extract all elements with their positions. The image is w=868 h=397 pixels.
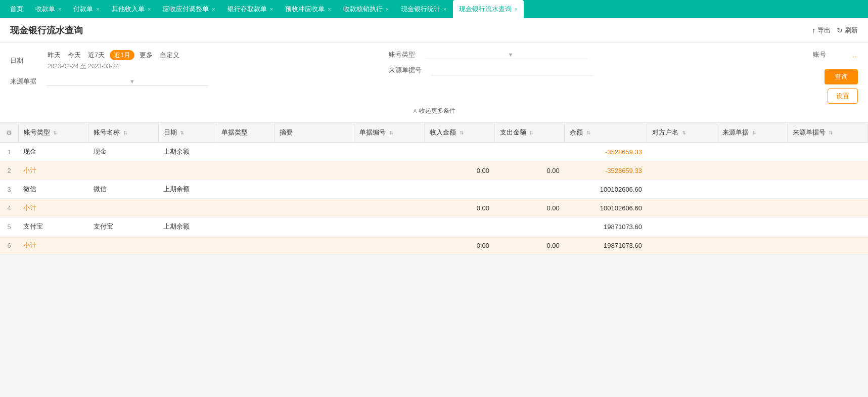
settings-button[interactable]: 设置 <box>828 89 858 104</box>
date-today[interactable]: 今天 <box>66 50 83 60</box>
cell-counterpart <box>647 217 717 236</box>
table-col-source-doc[interactable]: 来源单据 ⇅ <box>717 123 788 143</box>
col-label-doc-type: 单据类型 <box>221 128 248 136</box>
cell-account-name <box>88 161 159 180</box>
close-icon[interactable]: × <box>270 6 273 12</box>
table-row: 3 微信 微信 上期余额 100102606.60 <box>0 180 868 199</box>
col-label-date: 日期 <box>164 128 177 136</box>
date-yesterday[interactable]: 昨天 <box>45 50 63 60</box>
col-label-income: 收入金额 <box>430 128 456 136</box>
account-type-label: 账号类型 <box>389 50 415 59</box>
sort-icon: ⇅ <box>123 130 127 136</box>
close-icon[interactable]: × <box>443 6 446 12</box>
nav-other-income[interactable]: 其他收入单 × <box>106 0 157 18</box>
cell-expense: 0.00 <box>494 199 565 217</box>
nav-home[interactable]: 首页 <box>4 0 29 18</box>
cell-source-doc <box>717 199 788 217</box>
cell-balance: -3528659.33 <box>565 143 647 161</box>
close-icon[interactable]: × <box>148 6 151 12</box>
cell-account-type: 小计 <box>18 236 88 255</box>
nav-bank-deposit[interactable]: 银行存取款单 × <box>221 0 279 18</box>
col-label-doc-no: 单据编号 <box>359 128 386 136</box>
table-col-summary[interactable]: 摘要 <box>275 123 354 143</box>
cell-expense <box>494 143 565 161</box>
query-button[interactable]: 查询 <box>825 69 858 84</box>
page-header: 现金银行流水查询 ↑ 导出 ↻ 刷新 <box>0 18 868 43</box>
cell-doc-type <box>216 161 274 180</box>
date-more[interactable]: 更多 <box>138 50 155 60</box>
cell-source-doc <box>717 180 788 199</box>
sort-icon: ⇅ <box>586 130 590 136</box>
date-custom[interactable]: 自定义 <box>158 50 181 60</box>
cell-counterpart <box>647 161 717 180</box>
cell-source-doc <box>717 236 788 255</box>
close-icon[interactable]: × <box>515 6 518 12</box>
date-filter-row: 日期 昨天 今天 近7天 近1月 更多 自定义 2023-02-24 至 202… <box>10 50 369 71</box>
date-filters: 昨天 今天 近7天 近1月 更多 自定义 2023-02-24 至 2023-0… <box>45 50 181 71</box>
nav-cash-bank-stat[interactable]: 现金银行统计 × <box>395 0 452 18</box>
cell-balance: 19871073.60 <box>565 236 647 255</box>
cell-counterpart <box>647 180 717 199</box>
cell-income: 0.00 <box>424 161 494 180</box>
cell-doc-no <box>354 236 425 255</box>
table-col-settings[interactable]: ⚙ <box>0 123 18 143</box>
chevron-down-icon: ▼ <box>508 52 584 58</box>
cell-balance: 19871073.60 <box>565 217 647 236</box>
date-1month[interactable]: 近1月 <box>110 50 134 60</box>
table-row: 2 小计 0.00 0.00 -3528659.33 <box>0 161 868 180</box>
table-col-doc-no[interactable]: 单据编号 ⇅ <box>354 123 425 143</box>
row-number: 6 <box>0 236 18 255</box>
table-col-income[interactable]: 收入金额 ⇅ <box>424 123 494 143</box>
nav-receipt[interactable]: 收款单 × <box>29 0 67 18</box>
sort-icon: ⇅ <box>682 130 686 136</box>
nav-advance[interactable]: 预收冲应收单 × <box>279 0 337 18</box>
table-col-date[interactable]: 日期 ⇅ <box>158 123 216 143</box>
cell-doc-type <box>216 236 274 255</box>
cell-expense: 0.00 <box>494 161 565 180</box>
nav-collection-exec[interactable]: 收款核销执行 × <box>337 0 395 18</box>
table-col-counterpart[interactable]: 对方户名 ⇅ <box>647 123 717 143</box>
cell-summary <box>275 199 354 217</box>
cell-doc-type <box>216 180 274 199</box>
cell-doc-no <box>354 199 425 217</box>
source-doc-select[interactable]: ▼ <box>47 77 208 86</box>
cell-account-name: 现金 <box>88 143 159 161</box>
cell-balance: 100102606.60 <box>565 199 647 217</box>
account-label: 账号 <box>813 50 838 59</box>
settings-icon[interactable]: ⚙ <box>6 129 12 137</box>
table-col-balance[interactable]: 余额 ⇅ <box>565 123 647 143</box>
nav-adjustment[interactable]: 应收应付调整单 × <box>157 0 221 18</box>
close-icon[interactable]: × <box>386 6 389 12</box>
close-icon[interactable]: × <box>328 6 331 12</box>
cell-doc-type <box>216 199 274 217</box>
table-col-doc-type[interactable]: 单据类型 <box>216 123 274 143</box>
nav-cash-bank-flow[interactable]: 现金银行流水查询 × <box>453 0 524 18</box>
refresh-button[interactable]: ↻ 刷新 <box>837 26 858 35</box>
cell-account-type: 微信 <box>18 180 88 199</box>
cell-expense <box>494 217 565 236</box>
cell-income: 0.00 <box>424 236 494 255</box>
table-col-account-type[interactable]: 账号类型 ⇅ <box>18 123 88 143</box>
refresh-icon: ↻ <box>837 26 843 34</box>
table-col-source-doc-no[interactable]: 来源单据号 ⇅ <box>787 123 867 143</box>
cell-source-doc-no <box>787 236 867 255</box>
account-type-select[interactable]: ▼ <box>425 51 587 59</box>
nav-payment[interactable]: 付款单 × <box>67 0 105 18</box>
col-label-source-doc-no: 来源单据号 <box>793 128 826 136</box>
collapse-conditions-button[interactable]: ∧ 收起更多条件 <box>10 104 858 115</box>
table-row: 1 现金 现金 上期余额 -3528659.33 <box>0 143 868 161</box>
cell-doc-no <box>354 217 425 236</box>
more-account-button[interactable]: ... <box>852 51 858 59</box>
row-number: 2 <box>0 161 18 180</box>
table-col-expense[interactable]: 支出金额 ⇅ <box>494 123 565 143</box>
close-icon[interactable]: × <box>212 6 215 12</box>
source-doc-no-input[interactable] <box>432 65 593 75</box>
row-number: 5 <box>0 217 18 236</box>
table-col-account-name[interactable]: 账号名称 ⇅ <box>88 123 159 143</box>
export-button[interactable]: ↑ 导出 <box>812 26 831 35</box>
date-7days[interactable]: 近7天 <box>86 50 107 60</box>
sort-icon: ⇅ <box>389 130 393 136</box>
close-icon[interactable]: × <box>58 6 61 12</box>
close-icon[interactable]: × <box>96 6 99 12</box>
cell-doc-no <box>354 161 425 180</box>
